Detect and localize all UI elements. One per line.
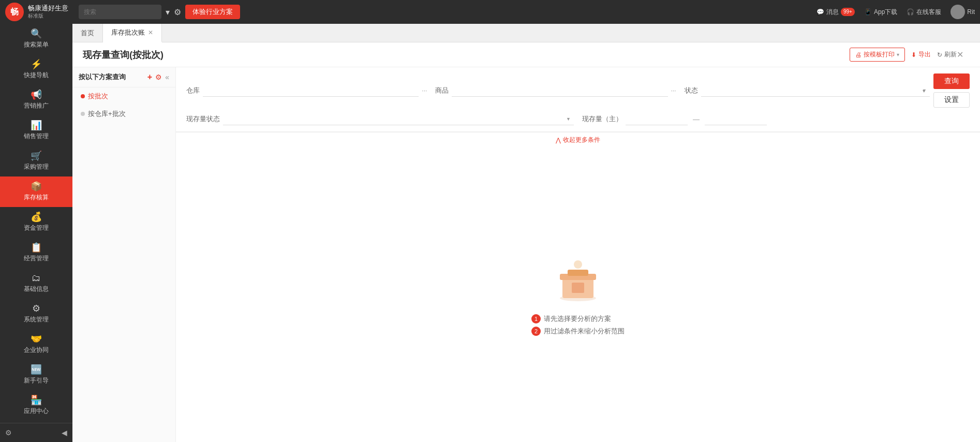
filter-status: 状态 ▾ (685, 84, 925, 97)
export-btn[interactable]: ⬇ 导出 (911, 50, 931, 59)
page-header: 现存量查询(按批次) 🖨 按模板打印 ▾ ⬇ 导出 ↻ 刷新 (72, 42, 980, 67)
warehouse-input[interactable] (203, 84, 419, 97)
sidebar-collapse-btn[interactable]: ◀ (62, 429, 67, 437)
topbar-right: 💬 消息 99+ 📱 App下载 🎧 在线客服 Rit (816, 5, 975, 19)
tab-inventory-batch-label: 库存批次账 (111, 28, 145, 37)
online-service-btn[interactable]: 🎧 在线客服 (907, 8, 941, 17)
sidebar-label-basic: 基础信息 (24, 285, 49, 293)
sidebar-label-inventory: 库存核算 (24, 193, 49, 202)
app-download-btn[interactable]: 📱 App下载 (864, 8, 897, 17)
sidebar-item-guide[interactable]: 🆕 新手引导 (0, 360, 72, 390)
status-label: 状态 (685, 86, 698, 95)
right-panel-scroll: 1 请先选择要分析的方案 2 用过滤条件来缩小分析范围 (176, 148, 980, 442)
content-area: 首页 库存批次账 ✕ 现存量查询(按批次) 🖨 按模板打印 ▾ ⬇ (72, 24, 980, 442)
add-scheme-btn[interactable]: + (147, 73, 152, 81)
collapse-panel-btn[interactable]: « (165, 73, 169, 81)
tip-text-2: 用过滤条件来缩小分析范围 (544, 327, 625, 336)
tab-close-btn[interactable]: ✕ (148, 30, 153, 36)
sidebar-item-marketing[interactable]: 📢 营销推广 (0, 85, 72, 115)
sidebar-item-shortcut[interactable]: ⚡ 快捷导航 (0, 54, 72, 85)
scheme-item-warehouse-batch[interactable]: 按仓库+批次 (72, 105, 175, 123)
empty-tip-2: 2 用过滤条件来缩小分析范围 (531, 327, 625, 336)
app-logo: 畅 (5, 3, 24, 21)
export-label: 导出 (918, 50, 931, 59)
export-icon: ⬇ (911, 51, 916, 58)
svg-rect-3 (568, 270, 588, 276)
app-download-label: App下载 (874, 8, 897, 17)
left-panel: 按以下方案查询 + ⚙ « 按批次 按仓库+批次 (72, 67, 176, 442)
print-btn[interactable]: 🖨 按模板打印 ▾ (850, 48, 905, 62)
empty-tips: 1 请先选择要分析的方案 2 用过滤条件来缩小分析范围 (531, 314, 625, 336)
sidebar-scroll: 🔍 搜索菜单 ⚡ 快捷导航 📢 营销推广 📊 销售管理 🛒 采购管理 📦 (0, 24, 72, 423)
sidebar-item-search[interactable]: 🔍 搜索菜单 (0, 24, 72, 54)
brand-tag: 标准版 (28, 12, 68, 20)
headset-icon: 🎧 (907, 8, 914, 16)
refresh-btn[interactable]: ↻ 刷新 (937, 50, 957, 59)
user-area[interactable]: Rit (951, 5, 975, 19)
clipboard-icon: 📋 (31, 243, 42, 252)
action-btns: 查询 设置 (933, 73, 970, 108)
sidebar-label-finance: 资金管理 (24, 224, 49, 232)
brand-name: 畅康通好生意 (28, 4, 68, 12)
page-content: 现存量查询(按批次) 🖨 按模板打印 ▾ ⬇ 导出 ↻ 刷新 (72, 42, 980, 442)
search-dropdown-btn[interactable]: ▾ (166, 7, 170, 17)
filter-warehouse: 仓库 ··· (186, 84, 427, 97)
print-dropdown-icon: ▾ (897, 52, 899, 57)
stock-qty-label: 现存量（主） (582, 114, 622, 124)
sidebar-item-sales[interactable]: 📊 销售管理 (0, 115, 72, 146)
sidebar: 🔍 搜索菜单 ⚡ 快捷导航 📢 营销推广 📊 销售管理 🛒 采购管理 📦 (0, 24, 72, 442)
collapse-bar[interactable]: ⋀ 收起更多条件 (176, 132, 980, 148)
cart-icon: 🛒 (31, 151, 42, 160)
new-icon: 🆕 (31, 365, 42, 374)
handshake-icon: 🤝 (31, 334, 42, 344)
product-label: 商品 (435, 86, 449, 95)
sidebar-settings-btn[interactable]: ⚙ (5, 429, 12, 437)
svg-rect-4 (572, 283, 584, 293)
status-select-wrapper (701, 84, 930, 97)
product-more-icon[interactable]: ··· (671, 87, 676, 94)
scheme-dot-active (81, 94, 85, 98)
empty-state: 1 请先选择要分析的方案 2 用过滤条件来缩小分析范围 (176, 148, 980, 442)
topbar-gear-btn[interactable]: ⚙ (174, 7, 181, 17)
stock-qty-min[interactable] (626, 113, 688, 125)
sidebar-item-inventory[interactable]: 📦 库存核算 (0, 176, 72, 207)
search-input[interactable] (79, 5, 161, 19)
warehouse-label: 仓库 (186, 86, 200, 95)
scheme-item-batch[interactable]: 按批次 (72, 87, 175, 105)
messages-btn[interactable]: 💬 消息 99+ (816, 8, 855, 17)
filter-row-1: 仓库 ··· 商品 ··· 状态 (186, 73, 970, 108)
sidebar-label-appstore: 应用中心 (24, 407, 49, 416)
sidebar-label-system: 系统管理 (24, 315, 49, 324)
stock-status-select[interactable] (223, 113, 574, 125)
sidebar-item-finance[interactable]: 💰 资金管理 (0, 207, 72, 238)
stock-qty-max[interactable] (705, 113, 767, 125)
sidebar-item-basic[interactable]: 🗂 基础信息 (0, 268, 72, 299)
trial-btn[interactable]: 体验行业方案 (185, 5, 240, 19)
megaphone-icon: 📢 (31, 90, 42, 99)
product-input[interactable] (452, 84, 667, 97)
filter-stock-qty: 现存量（主） — (582, 113, 970, 125)
store-icon: 🏪 (31, 395, 42, 405)
sidebar-item-system[interactable]: ⚙ 系统管理 (0, 299, 72, 329)
sidebar-item-enterprise[interactable]: 🤝 企业协同 (0, 329, 72, 360)
search-icon: 🔍 (31, 29, 42, 38)
warehouse-more-icon[interactable]: ··· (422, 87, 427, 94)
sidebar-item-purchase[interactable]: 🛒 采购管理 (0, 146, 72, 176)
tab-bar: 首页 库存批次账 ✕ (72, 24, 980, 42)
sidebar-item-appstore[interactable]: 🏪 应用中心 (0, 390, 72, 421)
set-btn[interactable]: 设置 (933, 92, 970, 108)
sidebar-label-purchase: 采购管理 (24, 163, 49, 171)
gear-icon: ⚙ (32, 304, 40, 313)
page-header-actions: 🖨 按模板打印 ▾ ⬇ 导出 ↻ 刷新 ✕ (850, 48, 970, 62)
tab-home[interactable]: 首页 (72, 24, 103, 42)
sidebar-item-operation[interactable]: 📋 经营管理 (0, 238, 72, 268)
query-btn[interactable]: 查询 (933, 73, 970, 89)
scheme-dot-inactive (81, 112, 85, 116)
page-close-btn[interactable]: ✕ (957, 51, 963, 59)
print-label: 按模板打印 (864, 50, 895, 59)
topbar-center: ▾ ⚙ 体验行业方案 (68, 5, 816, 19)
status-select[interactable] (701, 84, 930, 97)
tab-inventory-batch[interactable]: 库存批次账 ✕ (103, 24, 162, 42)
scheme-settings-btn[interactable]: ⚙ (155, 73, 162, 81)
sidebar-label-operation: 经营管理 (24, 254, 49, 263)
